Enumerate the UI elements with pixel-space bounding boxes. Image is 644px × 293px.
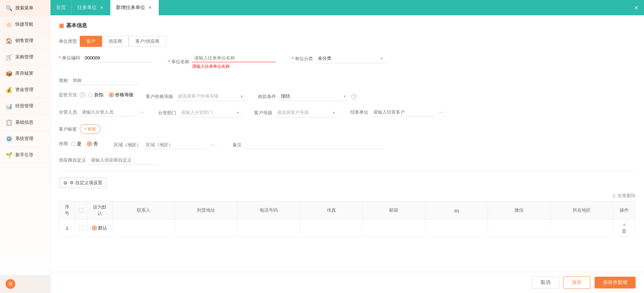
finance-icon: 💰	[6, 86, 13, 93]
unit-code-input[interactable]	[83, 54, 152, 62]
quick-nav-icon: ◎	[6, 21, 13, 28]
close-all-tabs[interactable]: ✕	[628, 5, 644, 11]
email-input[interactable]	[366, 226, 422, 231]
unit-name-input[interactable]	[192, 54, 276, 62]
row-phone[interactable]	[237, 220, 300, 237]
sidebar-item-basic[interactable]: 📋 基础信息	[0, 114, 50, 131]
manager-input[interactable]	[80, 108, 135, 116]
short-name-input[interactable]	[71, 76, 140, 85]
sidebar-item-guide[interactable]: 🌱 新手引导	[0, 147, 50, 163]
disabled-yes-radio[interactable]	[71, 141, 76, 146]
close-partners-tab[interactable]: ✕	[99, 5, 104, 10]
customer-price-level-select[interactable]: 请选择客户价格等级 ▼	[176, 92, 245, 101]
row-default-radio-option[interactable]: 默认	[91, 225, 109, 231]
row-check	[75, 220, 87, 237]
unit-name-input-wrapper	[192, 54, 276, 62]
row-wechat[interactable]	[488, 220, 550, 237]
row-delete-button[interactable]: 🗑	[620, 228, 628, 234]
contact-input[interactable]	[116, 226, 171, 231]
disabled-label: 停用	[59, 141, 68, 147]
qq-input[interactable]	[429, 226, 484, 231]
pricing-level-radio[interactable]	[109, 92, 114, 97]
region-input[interactable]	[144, 141, 206, 149]
col-region: 所在地区	[550, 201, 613, 220]
manager-row: 分管人员 ··· 分管部门 请输入分管部门 ▼ 客户等级 请选择客户等级 ▼	[59, 108, 636, 117]
save-new-button[interactable]: 保存并新增	[595, 277, 636, 288]
cancel-button[interactable]: 取消	[532, 276, 559, 289]
pricing-discount-radio[interactable]	[88, 92, 93, 97]
department-field: 分管部门 请输入分管部门 ▼	[158, 108, 242, 117]
row-qq[interactable]	[425, 220, 488, 237]
payment-terms-select[interactable]: 现结 ▼	[279, 92, 348, 101]
settlement-unit-input[interactable]	[371, 108, 434, 116]
row-default-radio[interactable]	[92, 226, 97, 230]
unit-category-select[interactable]: 未分类 ▼	[316, 54, 385, 63]
tab-bar: 首页 往来单位 ✕ 新增往来单位 ✕ ✕	[50, 0, 644, 15]
tab-partners[interactable]: 往来单位 ✕	[72, 0, 110, 15]
select-all-checkbox[interactable]	[79, 208, 84, 213]
phone-input[interactable]	[241, 226, 296, 231]
pricing-discount-option[interactable]: 折扣	[88, 92, 103, 98]
row-seq: 1	[59, 220, 75, 237]
manager-more-icon[interactable]: ···	[138, 109, 146, 115]
row-email[interactable]	[363, 220, 425, 237]
add-tag-button[interactable]: + 标签	[80, 124, 101, 134]
settlement-more-icon[interactable]: ···	[437, 109, 444, 115]
region-input-table[interactable]	[554, 226, 610, 231]
manager-field: 分管人员 ···	[59, 108, 146, 116]
disabled-no-option[interactable]: 否	[87, 141, 98, 147]
row-fax[interactable]	[300, 220, 363, 237]
wechat-input[interactable]	[492, 226, 547, 231]
pricing-help-icon[interactable]: ?	[80, 92, 85, 98]
pricing-level-option[interactable]: 价格等级	[109, 92, 133, 98]
sidebar-item-finance[interactable]: 💰 资金管理	[0, 82, 50, 98]
row-contact[interactable]	[112, 220, 175, 237]
sidebar-item-quick-nav[interactable]: ◎ 快捷导航	[0, 16, 50, 33]
sidebar-item-purchase[interactable]: 🛒 采购管理	[0, 49, 50, 65]
chevron-down-icon: ▼	[380, 57, 383, 60]
row-region[interactable]	[550, 220, 613, 237]
price-level-chevron-icon: ▼	[240, 95, 243, 98]
batch-delete-label[interactable]: 批量删除	[618, 193, 636, 199]
manager-label: 分管人员	[59, 109, 77, 115]
row-address[interactable]	[175, 220, 237, 237]
disabled-field: 停用 是 否	[59, 141, 98, 147]
unit-name-label: 单位名称	[168, 59, 190, 65]
close-new-partner-tab[interactable]: ✕	[147, 5, 153, 10]
address-input[interactable]	[179, 226, 234, 231]
unit-type-row: 单位类型 客户 供应商 客户/供应商	[59, 36, 636, 47]
fax-input[interactable]	[304, 226, 359, 231]
row-add-button[interactable]: +	[621, 222, 627, 228]
unit-type-both[interactable]: 客户/供应商	[129, 36, 166, 47]
supplier-custom-input[interactable]	[89, 156, 158, 164]
region-field: 区域（地区） ···	[114, 141, 217, 149]
region-more-icon[interactable]: ···	[209, 142, 217, 148]
customer-tag-row: 客户标签 + 标签	[59, 124, 636, 134]
unit-type-field: 单位类型 客户 供应商 客户/供应商	[59, 36, 166, 47]
sidebar-item-search[interactable]: 🔍 搜索菜单	[0, 0, 50, 16]
operation-icon: 📊	[6, 103, 13, 109]
sidebar-item-sales[interactable]: 🏠 销售管理	[0, 33, 50, 49]
unit-type-group: 客户 供应商 客户/供应商	[80, 36, 166, 47]
col-fax: 传真	[300, 201, 363, 220]
save-button[interactable]: 保存	[563, 276, 590, 289]
unit-type-supplier[interactable]: 供应商	[102, 36, 129, 47]
tab-home[interactable]: 首页	[50, 0, 72, 15]
payment-terms-help-icon[interactable]: ?	[351, 94, 357, 99]
unit-name-field: 单位名称 请输入往来单位名称	[168, 54, 276, 70]
tab-new-partner[interactable]: 新增往来单位 ✕	[110, 0, 159, 15]
unit-type-customer[interactable]: 客户	[80, 36, 102, 47]
sidebar-item-inventory[interactable]: 📦 库存核算	[0, 65, 50, 82]
customer-price-level-label: 客户价格等级	[146, 93, 173, 100]
sidebar-item-system[interactable]: ⚙️ 系统管理	[0, 131, 50, 147]
disabled-no-radio[interactable]	[87, 141, 92, 146]
department-select[interactable]: 请输入分管部门 ▼	[179, 108, 242, 117]
disabled-yes-option[interactable]: 是	[71, 141, 81, 147]
dept-chevron-icon: ▼	[236, 111, 239, 115]
customer-level-select[interactable]: 请选择客户等级 ▼	[275, 108, 338, 117]
sidebar-item-operation[interactable]: 📊 经营管理	[0, 98, 50, 114]
short-name-row: 简称	[59, 76, 636, 85]
custom-settings-button[interactable]: ⚙ ⚙ 自定义项设置	[59, 177, 107, 188]
row-checkbox[interactable]	[79, 226, 84, 230]
remarks-input[interactable]	[244, 141, 384, 149]
